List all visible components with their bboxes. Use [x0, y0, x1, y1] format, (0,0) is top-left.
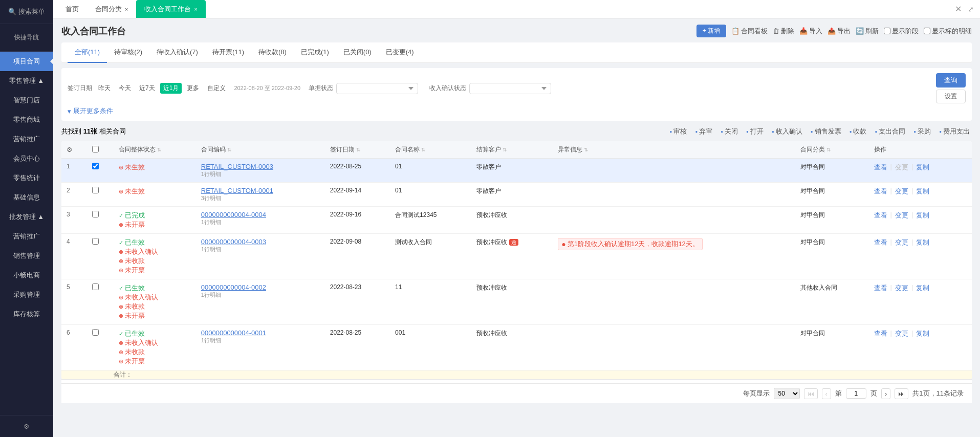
row-checkbox-1[interactable]	[92, 187, 99, 193]
show-stage-input[interactable]	[884, 28, 890, 34]
op-btn-变更-4[interactable]: 变更	[895, 283, 908, 293]
next-page-button[interactable]: ›	[881, 388, 890, 399]
op-btn-查看-2[interactable]: 查看	[874, 211, 887, 220]
sidebar-item-inventory[interactable]: 库存核算	[0, 304, 53, 324]
sidebar-item-base_info[interactable]: 基础信息	[0, 188, 53, 207]
op-btn-查看-1[interactable]: 查看	[874, 187, 887, 196]
tabbar-close-button[interactable]: ✕	[951, 4, 966, 14]
sidebar-item-retail_mall[interactable]: 零售商城	[0, 110, 53, 129]
query-button[interactable]: 查询	[936, 73, 966, 88]
show-detail-checkbox[interactable]: 显示标的明细	[924, 27, 972, 36]
op-btn-复制-0[interactable]: 复制	[916, 163, 929, 172]
op-btn-查看-3[interactable]: 查看	[874, 238, 887, 247]
scroll-bar-hint[interactable]	[61, 379, 972, 383]
date-btn-last1month[interactable]: 近1月	[160, 83, 182, 94]
filter-tab-pending_payment[interactable]: 待收款(8)	[251, 42, 294, 63]
filter-tab-pending_income_confirm[interactable]: 待收入确认(7)	[149, 42, 205, 63]
action-btn-sales_invoice[interactable]: ● 销售发票	[809, 126, 843, 137]
prev-page-button[interactable]: ‹	[822, 388, 831, 399]
tab-income_workbench[interactable]: 收入合同工作台×	[136, 0, 205, 18]
tabbar-resize-button[interactable]: ⤢	[966, 5, 976, 13]
action-btn-expense_contract[interactable]: ● 支出合同	[873, 126, 907, 137]
sidebar-item-wholesale[interactable]: 批发管理 ▲	[0, 207, 53, 227]
action-btn-close[interactable]: ● 关闭	[718, 126, 740, 137]
op-btn-复制-5[interactable]: 复制	[916, 329, 929, 338]
tab-close-contract_type[interactable]: ×	[125, 6, 128, 12]
action-btn-open[interactable]: ● 打开	[744, 126, 766, 137]
filter-tab-closed[interactable]: 已关闭(0)	[336, 42, 379, 63]
action-btn-income_confirm[interactable]: ● 收入确认	[770, 126, 804, 137]
row-checkbox-5[interactable]	[92, 329, 99, 336]
op-btn-复制-4[interactable]: 复制	[916, 283, 929, 293]
sidebar-item-project[interactable]: 项目合同	[0, 52, 53, 71]
op-btn-复制-3[interactable]: 复制	[916, 238, 929, 247]
op-btn-变更-3[interactable]: 变更	[895, 238, 908, 247]
sidebar-item-retail[interactable]: 零售管理 ▲	[0, 71, 53, 91]
income-confirm-select[interactable]	[469, 83, 551, 94]
new-button[interactable]: + 新增	[696, 25, 726, 37]
tab-close-income_workbench[interactable]: ×	[194, 6, 197, 12]
action-btn-payment[interactable]: ● 收款	[847, 126, 869, 137]
filter-tab-changed[interactable]: 已变更(4)	[379, 42, 421, 63]
tab-contract_type[interactable]: 合同分类×	[87, 0, 136, 18]
contract-link-2[interactable]: 0000000000004-0004	[201, 211, 320, 218]
first-page-button[interactable]: ⏮	[804, 388, 818, 399]
cell-checkbox-4[interactable]	[87, 279, 114, 325]
select-all-checkbox[interactable]	[92, 146, 99, 152]
import-button[interactable]: 📥 导入	[799, 27, 822, 36]
contract-link-0[interactable]: RETAIL_CUSTOM-0003	[201, 163, 320, 170]
sidebar-item-xiaochang[interactable]: 小畅电商	[0, 266, 53, 285]
date-btn-today[interactable]: 今天	[116, 83, 134, 94]
cell-checkbox-1[interactable]	[87, 183, 114, 207]
cell-checkbox-3[interactable]	[87, 234, 114, 279]
sidebar-item-retail_stats[interactable]: 零售统计	[0, 168, 53, 188]
settings-button[interactable]: 设置	[936, 90, 966, 103]
row-checkbox-3[interactable]	[92, 238, 99, 245]
sidebar-gear-button[interactable]: ⚙	[0, 416, 53, 437]
contract-link-1[interactable]: RETAIL_CUSTOM-0001	[201, 187, 320, 194]
sidebar-search[interactable]: 🔍 搜索菜单	[0, 0, 53, 24]
op-btn-复制-1[interactable]: 复制	[916, 187, 929, 196]
show-stage-checkbox[interactable]: 显示阶段	[884, 27, 919, 36]
contract-link-4[interactable]: 0000000000004-0002	[201, 283, 320, 291]
contract-board-button[interactable]: 📋 合同看板	[731, 27, 768, 36]
page-input[interactable]	[846, 388, 866, 399]
op-btn-变更-5[interactable]: 变更	[895, 329, 908, 338]
filter-tab-pending_review[interactable]: 待审核(2)	[107, 42, 149, 63]
settings-icon[interactable]: ⚙	[67, 146, 73, 154]
op-btn-变更-2[interactable]: 变更	[895, 211, 908, 220]
cell-checkbox-2[interactable]	[87, 207, 114, 234]
action-btn-abandon[interactable]: ● 弃审	[693, 126, 714, 137]
expand-conditions-button[interactable]: ▾ 展开更多条件	[68, 106, 966, 116]
filter-tab-completed[interactable]: 已完成(1)	[294, 42, 336, 63]
contract-link-3[interactable]: 0000000000004-0003	[201, 238, 320, 246]
sidebar-item-purchase[interactable]: 采购管理	[0, 285, 53, 304]
per-page-select[interactable]: 102050100	[774, 388, 800, 399]
action-btn-review[interactable]: ● 审核	[668, 126, 689, 137]
filter-tab-all[interactable]: 全部(11)	[68, 42, 107, 63]
sidebar-item-smart_store[interactable]: 智慧门店	[0, 91, 53, 110]
sidebar-nav-label[interactable]: 快捷导航	[0, 29, 53, 46]
date-btn-custom[interactable]: 自定义	[204, 83, 229, 94]
row-checkbox-4[interactable]	[92, 283, 99, 290]
tab-home[interactable]: 首页	[57, 0, 87, 18]
delete-button[interactable]: 🗑 删除	[773, 27, 794, 36]
op-btn-查看-0[interactable]: 查看	[874, 163, 887, 172]
cell-checkbox-0[interactable]	[87, 159, 114, 183]
export-button[interactable]: 📤 导出	[827, 27, 851, 36]
action-btn-expense_out[interactable]: ● 费用支出	[937, 126, 972, 137]
last-page-button[interactable]: ⏭	[895, 388, 908, 399]
date-btn-yesterday[interactable]: 昨天	[95, 83, 114, 94]
op-btn-查看-5[interactable]: 查看	[874, 329, 887, 338]
sidebar-item-marketing[interactable]: 营销推广	[0, 129, 53, 149]
sidebar-item-sales_mgmt[interactable]: 销售管理	[0, 246, 53, 266]
filter-tab-pending_invoice[interactable]: 待开票(11)	[205, 42, 251, 63]
cell-checkbox-5[interactable]	[87, 325, 114, 370]
sidebar-item-member[interactable]: 会员中心	[0, 149, 53, 168]
refresh-button[interactable]: 🔄 刷新	[856, 27, 879, 36]
row-checkbox-2[interactable]	[92, 211, 99, 217]
sidebar-item-marketing2[interactable]: 营销推广	[0, 227, 53, 246]
op-btn-复制-2[interactable]: 复制	[916, 211, 929, 220]
show-detail-input[interactable]	[924, 28, 930, 34]
action-btn-purchase[interactable]: ● 采购	[911, 126, 933, 137]
